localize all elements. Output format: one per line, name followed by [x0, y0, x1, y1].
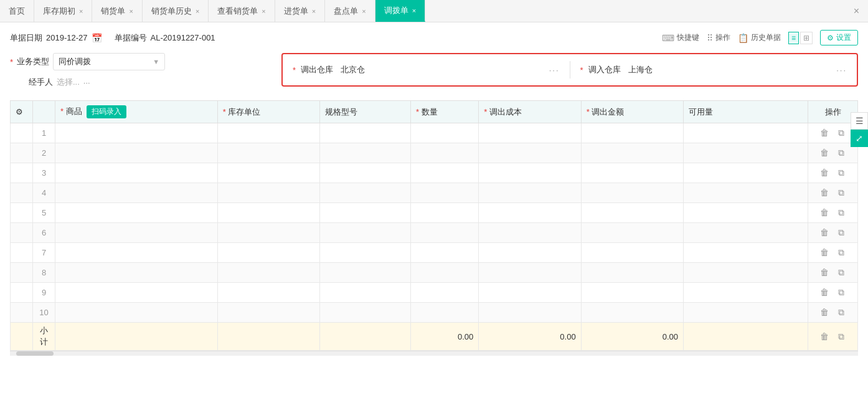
tab-sales-history-close[interactable]: ×: [196, 7, 199, 15]
row-amount-cell[interactable]: [581, 123, 683, 143]
row-cost-cell[interactable]: [479, 123, 581, 143]
delete-icon[interactable]: 🗑: [818, 126, 831, 139]
delete-icon[interactable]: 🗑: [818, 226, 831, 239]
wh-in-more-icon[interactable]: ···: [836, 65, 847, 75]
copy-icon[interactable]: ⧉: [835, 147, 847, 159]
tab-transfer[interactable]: 调拨单 ×: [375, 0, 425, 22]
row-unit-cell[interactable]: [217, 283, 319, 303]
row-unit-cell[interactable]: [217, 203, 319, 223]
copy-icon[interactable]: ⧉: [835, 227, 847, 239]
delete-icon[interactable]: 🗑: [818, 186, 831, 199]
row-qty-cell[interactable]: [411, 183, 479, 203]
row-spec-cell[interactable]: [320, 143, 411, 163]
tab-view-sales-close[interactable]: ×: [262, 7, 265, 15]
row-unit-cell[interactable]: [217, 243, 319, 263]
delete-icon[interactable]: 🗑: [818, 146, 831, 159]
row-spec-cell[interactable]: [320, 123, 411, 143]
row-cost-cell[interactable]: [479, 143, 581, 163]
row-spec-cell[interactable]: [320, 243, 411, 263]
row-qty-cell[interactable]: [411, 283, 479, 303]
row-amount-cell[interactable]: [581, 223, 683, 243]
row-product-cell[interactable]: [55, 183, 218, 203]
copy-icon[interactable]: ⧉: [835, 167, 847, 179]
row-cost-cell[interactable]: [479, 263, 581, 283]
row-qty-cell[interactable]: [411, 123, 479, 143]
scrollbar-thumb[interactable]: [16, 351, 54, 356]
copy-icon[interactable]: ⧉: [835, 127, 847, 140]
row-product-cell[interactable]: [55, 243, 218, 263]
row-unit-cell[interactable]: [217, 183, 319, 203]
tab-sales-order[interactable]: 销货单 ×: [92, 0, 142, 22]
row-unit-cell[interactable]: [217, 263, 319, 283]
row-product-cell[interactable]: [55, 123, 218, 143]
row-cost-cell[interactable]: [479, 243, 581, 263]
row-product-cell[interactable]: [55, 143, 218, 163]
wh-out-more-icon[interactable]: ···: [549, 65, 560, 75]
sidebar-export-button[interactable]: ⤢: [851, 130, 868, 147]
copy-icon[interactable]: ⧉: [835, 267, 847, 279]
tab-stocktaking[interactable]: 盘点单 ×: [325, 0, 375, 22]
row-qty-cell[interactable]: [411, 303, 479, 323]
person-more-icon[interactable]: ···: [83, 78, 90, 87]
row-spec-cell[interactable]: [320, 163, 411, 183]
copy-icon[interactable]: ⧉: [835, 207, 847, 219]
row-amount-cell[interactable]: [581, 183, 683, 203]
biz-type-select[interactable]: 同价调拨 ▼: [53, 53, 165, 70]
row-amount-cell[interactable]: [581, 283, 683, 303]
tab-purchase-order-close[interactable]: ×: [312, 7, 316, 15]
sidebar-list-button[interactable]: ☰: [851, 112, 868, 130]
row-amount-cell[interactable]: [581, 303, 683, 323]
history-btn[interactable]: 📋 历史单据: [738, 32, 781, 43]
row-product-cell[interactable]: [55, 203, 218, 223]
copy-icon[interactable]: ⧉: [835, 307, 847, 319]
row-qty-cell[interactable]: [411, 243, 479, 263]
row-product-cell[interactable]: [55, 223, 218, 243]
row-qty-cell[interactable]: [411, 203, 479, 223]
operations-btn[interactable]: ⠿ 操作: [707, 32, 730, 43]
copy-icon[interactable]: ⧉: [835, 287, 847, 299]
row-spec-cell[interactable]: [320, 223, 411, 243]
tab-sales-order-close[interactable]: ×: [129, 7, 133, 15]
tab-stocktaking-close[interactable]: ×: [362, 7, 366, 15]
row-unit-cell[interactable]: [217, 163, 319, 183]
tab-inventory-init-close[interactable]: ×: [79, 7, 83, 15]
view-list-icon[interactable]: ≡: [788, 32, 799, 44]
horizontal-scrollbar[interactable]: [10, 351, 858, 356]
tab-home[interactable]: 首页: [0, 0, 34, 22]
row-unit-cell[interactable]: [217, 303, 319, 323]
row-cost-cell[interactable]: [479, 183, 581, 203]
row-amount-cell[interactable]: [581, 263, 683, 283]
row-cost-cell[interactable]: [479, 223, 581, 243]
copy-icon[interactable]: ⧉: [835, 247, 847, 259]
view-grid-icon[interactable]: ⊞: [800, 32, 813, 44]
wh-in-value[interactable]: 上海仓: [628, 64, 653, 75]
row-qty-cell[interactable]: [411, 163, 479, 183]
calendar-icon[interactable]: 📅: [92, 33, 102, 43]
tab-transfer-close[interactable]: ×: [412, 7, 416, 14]
wh-out-value[interactable]: 北京仓: [341, 64, 365, 75]
copy-icon[interactable]: ⧉: [835, 187, 847, 199]
delete-icon[interactable]: 🗑: [818, 330, 831, 343]
row-amount-cell[interactable]: [581, 143, 683, 163]
row-cost-cell[interactable]: [479, 163, 581, 183]
row-product-cell[interactable]: [55, 303, 218, 323]
copy-icon[interactable]: ⧉: [835, 330, 847, 343]
tab-sales-history[interactable]: 销货单历史 ×: [143, 0, 209, 22]
row-product-cell[interactable]: [55, 263, 218, 283]
row-qty-cell[interactable]: [411, 223, 479, 243]
delete-icon[interactable]: 🗑: [818, 266, 831, 278]
row-cost-cell[interactable]: [479, 303, 581, 323]
delete-icon[interactable]: 🗑: [818, 246, 831, 259]
tab-purchase-order[interactable]: 进货单 ×: [275, 0, 325, 22]
row-spec-cell[interactable]: [320, 183, 411, 203]
row-spec-cell[interactable]: [320, 263, 411, 283]
tab-view-sales[interactable]: 查看销货单 ×: [209, 0, 275, 22]
row-cost-cell[interactable]: [479, 283, 581, 303]
row-product-cell[interactable]: [55, 283, 218, 303]
row-cost-cell[interactable]: [479, 203, 581, 223]
row-spec-cell[interactable]: [320, 283, 411, 303]
row-qty-cell[interactable]: [411, 143, 479, 163]
settings-button[interactable]: ⚙ 设置: [820, 30, 858, 45]
delete-icon[interactable]: 🗑: [818, 306, 831, 318]
row-unit-cell[interactable]: [217, 123, 319, 143]
